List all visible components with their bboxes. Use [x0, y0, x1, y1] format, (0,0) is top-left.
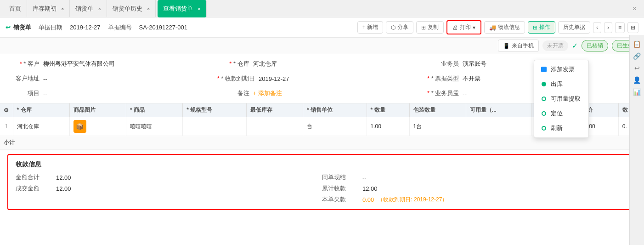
from-phone-button[interactable]: 📱 来自手机	[498, 40, 539, 52]
right-btn-2[interactable]: 🔗	[632, 51, 643, 62]
operations-button[interactable]: ⊞ 操作	[528, 21, 555, 34]
ticket-type-label: * 票据类型	[427, 74, 459, 83]
total-row: 金额合计 12.00	[16, 173, 322, 182]
doc-actions: + 新增 ⬡ 分享 ⊞ 复制 🖨 打印 ▾ 🚚 物流信息	[357, 20, 638, 34]
project-label: 项目	[7, 89, 40, 97]
view-toggle-2[interactable]: ⊞	[627, 22, 638, 33]
ticket-type-value: 不开票	[463, 74, 480, 83]
history-button-label: 历史单据	[563, 23, 585, 31]
main-content: ↩ 销货单 单据日期 2019-12-27 单据编号 SA-20191227-0…	[0, 17, 644, 245]
warehouse-value: 河北仓库	[253, 60, 277, 68]
add-note-button[interactable]: + 添加备注	[253, 89, 282, 97]
col-product-img: 商品图片	[69, 103, 126, 117]
row-qty: 1.00	[367, 117, 409, 136]
refresh-item[interactable]: 刷新	[534, 121, 588, 136]
doc-type-label: 销货单	[13, 23, 31, 32]
copy-icon: ⊞	[421, 24, 426, 31]
row-product-img: 📦	[69, 117, 126, 136]
new-button[interactable]: + 新增	[357, 21, 383, 34]
tab-view-sales-label: 查看销货单	[163, 5, 193, 13]
subtotal-label: 小计	[0, 136, 644, 150]
address-value: --	[43, 75, 47, 82]
address-label: 客户地址	[7, 74, 40, 83]
staff-label: 业务员	[427, 60, 459, 68]
new-button-label: + 新增	[362, 23, 378, 31]
tab-home[interactable]: 首页	[4, 0, 27, 17]
tab-view-sales[interactable]: 查看销货单 ×	[158, 0, 206, 17]
tab-home-label: 首页	[9, 5, 21, 13]
tab-inventory-label: 库存期初	[33, 5, 56, 13]
product-image: 📦	[73, 120, 86, 133]
tab-sales-history[interactable]: 销货单历史 ×	[107, 0, 156, 17]
due-date-label: * 收款到期日	[217, 74, 255, 83]
salesperson-row: * 业务员孟 --	[427, 87, 637, 99]
due-date-value: 2019-12-27	[259, 75, 289, 82]
right-btn-1[interactable]: 📋	[632, 39, 643, 50]
right-btn-5[interactable]: 📊	[632, 86, 643, 97]
col-product: * 商品	[126, 103, 183, 117]
col-min-stock: 最低库存	[246, 103, 303, 117]
doc-meta: 单据日期 2019-12-27 单据编号 SA-20191227-001	[39, 23, 187, 32]
outbound-item[interactable]: 出库	[534, 77, 588, 91]
warehouse-label: * 仓库	[217, 60, 249, 68]
add-invoice-item[interactable]: 添加发票	[534, 62, 588, 77]
locate-item[interactable]: 定位	[534, 106, 588, 121]
customer-label: * 客户	[7, 60, 40, 68]
tab-view-sales-close[interactable]: ×	[198, 6, 200, 11]
col-settings[interactable]: ⚙	[0, 103, 13, 117]
tab-sales-close[interactable]: ×	[98, 6, 101, 11]
row-sales-unit: 台	[303, 117, 367, 136]
doc-title-icon: ↩	[6, 24, 11, 31]
subtotal-row: 小计	[0, 136, 644, 150]
tab-sales[interactable]: 销货单 ×	[70, 0, 107, 17]
available-qty-icon	[541, 96, 547, 102]
customer-value: 柳州粤港平安气体有限公司	[43, 60, 115, 68]
global-close-button[interactable]: ×	[629, 5, 640, 13]
phone-icon: 📱	[503, 43, 510, 49]
already-cancelled-badge: 已核销	[582, 40, 608, 51]
staff-row: 业务员 演示账号	[427, 58, 637, 70]
tab-inventory[interactable]: 库存期初 ×	[27, 0, 70, 17]
tab-bar: 首页 库存期初 × 销货单 × 销货单历史 × 查看销货单 × ×	[0, 0, 644, 17]
salesperson-label: * 业务员孟	[427, 89, 459, 97]
tab-inventory-close[interactable]: ×	[61, 6, 64, 11]
project-value: --	[43, 90, 47, 97]
same-bill-row: 同单现结 --	[322, 173, 628, 182]
note-label: 备注	[217, 89, 249, 97]
due-amount-value: 0.00	[362, 196, 374, 203]
share-button[interactable]: ⬡ 分享	[386, 21, 413, 34]
row-spec	[183, 117, 246, 136]
outbound-label: 出库	[551, 80, 563, 88]
copy-button[interactable]: ⊞ 复制	[416, 21, 444, 34]
prev-record-button[interactable]: ‹	[593, 22, 601, 33]
row-product: 嘻嘻嘻嘻	[126, 117, 183, 136]
due-amount-label: 本单欠款	[322, 195, 359, 204]
operations-button-label: 操作	[539, 23, 550, 31]
address-row: 客户地址 --	[7, 73, 217, 85]
doc-date-label: 单据日期	[39, 23, 62, 32]
payment-info-grid: 金额合计 12.00 同单现结 -- 成交金额 12.00 累计收款 12.00…	[16, 173, 628, 204]
add-invoice-label: 添加发票	[551, 65, 575, 74]
history-button[interactable]: 历史单据	[558, 21, 590, 34]
available-qty-item[interactable]: 可用量提取	[534, 91, 588, 106]
deal-amount-value: 12.00	[56, 185, 71, 192]
next-record-button[interactable]: ›	[604, 22, 612, 33]
locate-label: 定位	[551, 109, 563, 118]
row-available	[466, 117, 531, 136]
staff-value: 演示账号	[463, 60, 486, 68]
cumulative-row: 累计收款 12.00	[322, 184, 628, 193]
view-toggle-1[interactable]: ≡	[615, 22, 625, 33]
total-value: 12.00	[56, 174, 71, 181]
share-button-label: 分享	[397, 23, 408, 31]
due-amount-row: 本单欠款 0.00 （收款到期日: 2019-12-27）	[322, 195, 628, 204]
right-btn-4[interactable]: 👤	[632, 74, 643, 85]
row-min-stock	[246, 117, 303, 136]
print-button[interactable]: 🖨 打印 ▾	[448, 22, 480, 33]
cumulative-label: 累计收款	[322, 184, 359, 193]
copy-button-label: 复制	[428, 23, 439, 31]
row-num: 1	[0, 117, 13, 136]
locate-icon	[541, 110, 547, 117]
right-btn-3[interactable]: ↩	[632, 63, 643, 74]
tab-sales-history-close[interactable]: ×	[147, 6, 150, 11]
logistics-button[interactable]: 🚚 物流信息	[484, 21, 525, 34]
